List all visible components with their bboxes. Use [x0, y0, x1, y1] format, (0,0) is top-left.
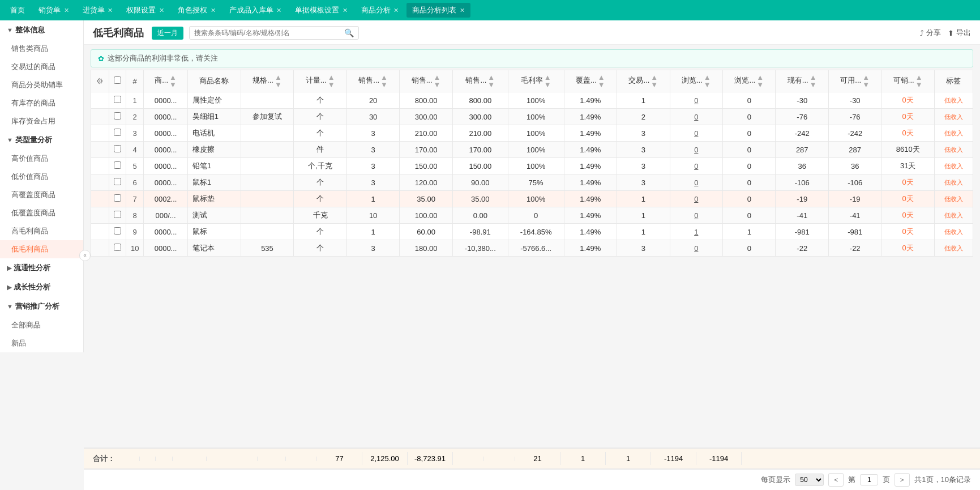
- sidebar-item-high-margin[interactable]: 高毛利商品: [0, 222, 83, 240]
- sidebar-item-low-value[interactable]: 低价值商品: [0, 168, 83, 186]
- col-sale-qty[interactable]: 销售...▲▼: [346, 70, 399, 92]
- nav-role[interactable]: 角色授权 ✕: [172, 3, 221, 18]
- search-input[interactable]: [194, 29, 344, 37]
- nav-close-product-analysis[interactable]: ✕: [393, 7, 399, 14]
- sidebar-item-capital[interactable]: 库存资金占用: [0, 112, 83, 130]
- nav-product-analysis[interactable]: 商品分析 ✕: [356, 3, 405, 18]
- nav-close-role[interactable]: ✕: [211, 7, 216, 14]
- sidebar-group-type-analysis[interactable]: ▼ 类型量分析: [0, 130, 83, 150]
- sidebar-group-marketing[interactable]: ▼ 营销推广分析: [0, 297, 83, 316]
- col-code[interactable]: 商...▲▼: [144, 70, 187, 92]
- sidebar-item-low-coverage[interactable]: 低覆盖度商品: [0, 204, 83, 222]
- col-trade-count[interactable]: 交易...▲▼: [617, 70, 670, 92]
- col-browse2[interactable]: 浏览...▲▼: [723, 70, 776, 92]
- col-sale-amount[interactable]: 销售...▲▼: [452, 70, 508, 92]
- row-checkbox[interactable]: [114, 227, 121, 235]
- row-checkbox[interactable]: [114, 194, 121, 202]
- search-icon[interactable]: 🔍: [344, 28, 354, 37]
- date-filter-btn[interactable]: 近一月: [152, 27, 183, 40]
- cell-browse1[interactable]: 0: [670, 174, 722, 191]
- sidebar-item-traded-products[interactable]: 交易过的商品: [0, 58, 83, 76]
- row-checkbox[interactable]: [114, 145, 121, 152]
- row-checkbox[interactable]: [114, 129, 121, 136]
- nav-close-purchase[interactable]: ✕: [108, 7, 113, 14]
- sidebar-group-growth[interactable]: ▶ 成长性分析: [0, 278, 83, 297]
- export-btn[interactable]: ⬆ 导出: [948, 28, 971, 38]
- sidebar-item-high-coverage[interactable]: 高覆盖度商品: [0, 186, 83, 204]
- cell-checkbox[interactable]: [109, 125, 126, 142]
- col-sale-price[interactable]: 销售...▲▼: [400, 70, 452, 92]
- col-saleable[interactable]: 可销...▲▼: [881, 70, 934, 92]
- row-checkbox[interactable]: [114, 161, 121, 169]
- cell-checkbox[interactable]: [109, 191, 126, 207]
- nav-close-template[interactable]: ✕: [343, 7, 348, 14]
- col-checkbox[interactable]: [109, 70, 126, 92]
- sidebar-group-liquidity[interactable]: ▶ 流通性分析: [0, 258, 83, 278]
- col-unit[interactable]: 计量...▲▼: [294, 70, 346, 92]
- nav-permission[interactable]: 权限设置 ✕: [121, 3, 170, 18]
- nav-product-analysis-list[interactable]: 商品分析列表 ✕: [406, 3, 470, 18]
- cell-checkbox[interactable]: [109, 158, 126, 174]
- nav-close-permission[interactable]: ✕: [159, 7, 164, 14]
- export-icon: ⬆: [948, 29, 954, 37]
- row-checkbox[interactable]: [114, 96, 121, 103]
- nav-close-sales[interactable]: ✕: [64, 7, 69, 14]
- cell-browse1[interactable]: 0: [670, 207, 722, 224]
- col-spec[interactable]: 规格...▲▼: [241, 70, 294, 92]
- cell-browse1[interactable]: 0: [670, 109, 722, 125]
- page-size-select[interactable]: 50 100 200: [795, 474, 824, 486]
- cell-browse2: 0: [723, 174, 776, 191]
- cell-checkbox[interactable]: [109, 207, 126, 224]
- col-available[interactable]: 可用...▲▼: [828, 70, 881, 92]
- col-cover-rate[interactable]: 覆盖...▲▼: [564, 70, 617, 92]
- row-checkbox[interactable]: [114, 244, 121, 251]
- nav-template[interactable]: 单据模板设置 ✕: [289, 3, 353, 18]
- cell-browse1[interactable]: 1: [670, 224, 722, 240]
- sidebar-item-new-products[interactable]: 新品: [0, 334, 83, 352]
- cell-checkbox[interactable]: [109, 142, 126, 158]
- col-settings[interactable]: ⚙: [91, 70, 109, 92]
- cell-tag: 低收入: [934, 191, 973, 207]
- sidebar-item-all-products[interactable]: 全部商品: [0, 316, 83, 334]
- nav-close-product-entry[interactable]: ✕: [276, 7, 281, 14]
- sidebar-item-category-rate[interactable]: 商品分类助销率: [0, 76, 83, 94]
- settings-icon[interactable]: ⚙: [96, 76, 104, 86]
- cell-browse1[interactable]: 0: [670, 158, 722, 174]
- nav-product-entry[interactable]: 产成品入库单 ✕: [224, 3, 288, 18]
- cell-browse1[interactable]: 0: [670, 240, 722, 257]
- sidebar-group-overview[interactable]: ▼ 整体信息: [0, 20, 83, 40]
- nav-purchase[interactable]: 进货单 ✕: [77, 3, 119, 18]
- cell-checkbox[interactable]: [109, 109, 126, 125]
- row-checkbox[interactable]: [114, 178, 121, 185]
- sidebar-item-low-margin[interactable]: 低毛利商品: [0, 240, 83, 258]
- cell-browse1[interactable]: 0: [670, 142, 722, 158]
- cell-browse1[interactable]: 0: [670, 92, 722, 109]
- cell-checkbox[interactable]: [109, 92, 126, 109]
- col-tag[interactable]: 标签: [934, 70, 973, 92]
- sidebar-item-sales-products[interactable]: 销售类商品: [0, 40, 83, 58]
- col-browse1[interactable]: 浏览...▲▼: [670, 70, 722, 92]
- next-page-btn[interactable]: ＞: [895, 473, 910, 487]
- table-container[interactable]: ⚙ # 商...▲▼ 商品名称 规格...▲▼ 计量...▲▼ 销售...▲▼ …: [91, 70, 973, 448]
- share-label: 分享: [926, 28, 941, 38]
- sidebar-item-high-value[interactable]: 高价值商品: [0, 150, 83, 168]
- cell-browse1[interactable]: 0: [670, 191, 722, 207]
- share-btn[interactable]: ⤴ 分享: [920, 28, 941, 38]
- nav-close-product-analysis-list[interactable]: ✕: [460, 7, 465, 14]
- sidebar-collapse-btn[interactable]: «: [79, 250, 91, 261]
- prev-page-btn[interactable]: ＜: [828, 473, 844, 487]
- nav-sales[interactable]: 销货单 ✕: [33, 3, 75, 18]
- cell-checkbox[interactable]: [109, 174, 126, 191]
- col-name[interactable]: 商品名称: [187, 70, 241, 92]
- cell-browse1[interactable]: 0: [670, 125, 722, 142]
- page-number-input[interactable]: [860, 474, 878, 485]
- col-current[interactable]: 现有...▲▼: [776, 70, 828, 92]
- cell-checkbox[interactable]: [109, 240, 126, 257]
- nav-home[interactable]: 首页: [5, 3, 31, 18]
- sidebar-item-stock-products[interactable]: 有库存的商品: [0, 94, 83, 112]
- row-checkbox[interactable]: [114, 112, 121, 120]
- select-all-checkbox[interactable]: [114, 76, 121, 84]
- cell-checkbox[interactable]: [109, 224, 126, 240]
- col-gross-rate[interactable]: 毛利率▲▼: [508, 70, 564, 92]
- row-checkbox[interactable]: [114, 211, 121, 218]
